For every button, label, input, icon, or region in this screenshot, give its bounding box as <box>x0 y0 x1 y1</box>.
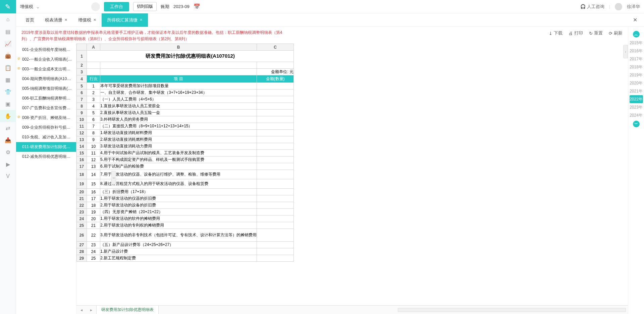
row-header[interactable]: 6 <box>77 89 87 96</box>
workbench-button[interactable]: 工作台 <box>104 2 129 11</box>
cell[interactable] <box>100 62 257 69</box>
row-header[interactable]: 11 <box>77 123 87 130</box>
year-2022年[interactable]: 2022年 <box>630 95 643 103</box>
nav-inbox-icon[interactable]: 📥 <box>0 134 16 146</box>
col-header-A[interactable]: A <box>87 44 100 51</box>
row-header[interactable]: 7 <box>77 96 87 103</box>
form-item-7[interactable]: ⊘008-资产折旧、摊销及纳税... <box>16 113 76 123</box>
amount-cell[interactable] <box>257 83 294 89</box>
row-header[interactable]: 4 <box>77 75 87 83</box>
nav-bag-icon[interactable]: 👜 <box>0 50 16 62</box>
collapse-handle[interactable]: ‹‹ <box>111 171 116 184</box>
nav-grid-icon[interactable]: ▣ <box>0 98 16 110</box>
tab-1[interactable]: 税表清册✕ <box>40 13 73 27</box>
year-scroll-up[interactable]: ︽ <box>633 31 640 38</box>
form-item-8[interactable]: 009-企业所得税弥补亏损明... <box>16 123 76 132</box>
row-header[interactable]: 27 <box>77 242 87 248</box>
amount-cell[interactable] <box>257 255 294 262</box>
nav-clipboard-icon[interactable]: 📋 <box>0 62 16 74</box>
cell[interactable] <box>257 62 294 69</box>
row-header[interactable]: 16 <box>77 156 87 163</box>
row-header[interactable]: 17 <box>77 163 87 170</box>
row-header[interactable]: 25 <box>77 222 87 229</box>
horizontal-scrollbar[interactable] <box>398 308 626 312</box>
form-item-2[interactable]: ⊘003-一般企业成本支出明细... <box>16 64 76 74</box>
nav-hand-icon[interactable]: ✋ <box>0 110 16 122</box>
nav-settings-icon[interactable]: ⚙ <box>0 146 16 158</box>
row-header[interactable]: 29 <box>77 255 87 262</box>
form-item-10[interactable]: 011-研发费用加计扣除优惠... <box>16 142 76 152</box>
year-2017年[interactable]: 2017年 <box>630 55 643 63</box>
form-item-9[interactable]: 010-免税、减计收入及加计... <box>16 132 76 142</box>
form-item-11[interactable]: 012-减免所得税优惠明细表(... <box>16 152 76 162</box>
row-header[interactable]: 23 <box>77 209 87 215</box>
year-2021年[interactable]: 2021年 <box>630 87 643 95</box>
row-header[interactable]: 8 <box>77 103 87 110</box>
amount-cell[interactable] <box>257 156 294 163</box>
close-icon[interactable]: ✕ <box>93 18 96 22</box>
row-header[interactable]: 15 <box>77 150 87 156</box>
amount-cell[interactable] <box>257 130 294 136</box>
avatar[interactable] <box>615 3 622 10</box>
amount-cell[interactable] <box>257 215 294 222</box>
year-2019年[interactable]: 2019年 <box>630 71 643 79</box>
row-header[interactable]: 28 <box>77 248 87 255</box>
tab-0[interactable]: 首页 <box>20 13 40 27</box>
sheet-nav-controls[interactable]: ◂▸ <box>76 306 97 314</box>
row-header[interactable]: 20 <box>77 189 87 195</box>
calendar-icon[interactable]: 📅 <box>194 3 200 10</box>
cell[interactable] <box>100 69 257 75</box>
form-item-3[interactable]: 004-期间费用明细表(A1040... <box>16 74 76 84</box>
year-2023年[interactable]: 2023年 <box>630 103 643 111</box>
col-header-C[interactable]: C <box>257 44 294 51</box>
year-2024年[interactable]: 2024年 <box>630 111 643 119</box>
amount-cell[interactable] <box>257 209 294 215</box>
close-all-tabs-icon[interactable]: ✕ <box>630 17 640 23</box>
nav-video-icon[interactable]: ▶ <box>0 158 16 170</box>
form-item-1[interactable]: ⊘002-一般企业收入明细表(A... <box>16 55 76 64</box>
download-button[interactable]: ⤓ 下载 <box>549 30 562 36</box>
tab-2[interactable]: 增值税✕ <box>73 13 102 27</box>
row-header[interactable]: 3 <box>77 69 87 75</box>
nav-transfer-icon[interactable]: ⇄ <box>0 122 16 134</box>
amount-cell[interactable] <box>257 248 294 255</box>
amount-cell[interactable] <box>257 202 294 209</box>
reset-button[interactable]: ↻ 重置 <box>589 30 603 36</box>
close-icon[interactable]: ✕ <box>140 18 143 22</box>
row-header[interactable]: 1 <box>77 51 87 62</box>
sheet-tab[interactable]: 研发费用加计扣除优惠明细表 <box>97 306 159 314</box>
row-header[interactable]: 12 <box>77 130 87 136</box>
form-item-5[interactable]: 006-职工薪酬纳税调整明细... <box>16 93 76 103</box>
grid-scroll[interactable]: ABC1研发费用加计扣除优惠明细表(A107012)23金额单位: 元4行次项 … <box>76 44 628 305</box>
row-header[interactable]: 24 <box>77 215 87 222</box>
amount-cell[interactable] <box>257 89 294 96</box>
print-button[interactable]: 🖨 打印 <box>569 30 583 36</box>
year-2015年[interactable]: 2015年 <box>630 39 643 47</box>
row-header[interactable]: 10 <box>77 116 87 123</box>
year-2020年[interactable]: 2020年 <box>630 79 643 87</box>
col-header-B[interactable]: B <box>100 44 257 51</box>
row-header[interactable]: 9 <box>77 110 87 116</box>
refresh-button[interactable]: ⟳ 刷新 <box>609 30 623 36</box>
amount-cell[interactable] <box>257 170 294 179</box>
row-header[interactable]: 26 <box>77 229 87 242</box>
row-header[interactable]: 22 <box>77 202 87 209</box>
amount-cell[interactable] <box>257 195 294 202</box>
amount-cell[interactable] <box>257 242 294 248</box>
cell[interactable] <box>87 62 100 69</box>
amount-cell[interactable] <box>257 96 294 103</box>
nav-calc-icon[interactable]: ▦ <box>0 74 16 86</box>
tab-3[interactable]: 所得税汇算清缴✕ <box>102 13 148 27</box>
cell[interactable] <box>87 69 100 75</box>
form-item-4[interactable]: 005-纳税调整项目明细表(A1... <box>16 84 76 93</box>
row-header[interactable]: 18 <box>77 170 87 179</box>
old-version-button[interactable]: 切到旧版 <box>133 2 157 11</box>
form-item-6[interactable]: 007-广告费和业务宣传费跨... <box>16 103 76 113</box>
amount-cell[interactable] <box>257 116 294 123</box>
row-header[interactable]: 13 <box>77 136 87 143</box>
row-header[interactable]: 2 <box>77 62 87 69</box>
amount-cell[interactable] <box>257 163 294 170</box>
row-header[interactable]: 19 <box>77 179 87 189</box>
amount-cell[interactable] <box>257 189 294 195</box>
nav-chart-icon[interactable]: 📈 <box>0 38 16 50</box>
